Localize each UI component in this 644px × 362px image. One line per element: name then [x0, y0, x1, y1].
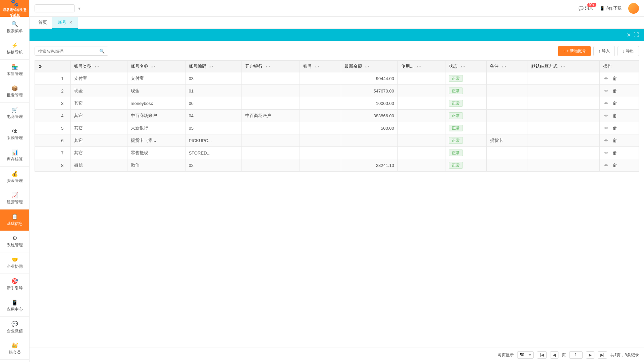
close-window-icon[interactable]: ✕	[627, 32, 631, 38]
add-account-button[interactable]: + + 新增账号	[558, 46, 591, 56]
tab-account[interactable]: 账号 ✕	[52, 17, 78, 29]
row-balance: 500.00	[341, 122, 398, 134]
page-input[interactable]	[569, 351, 583, 359]
sidebar-item-finance[interactable]: 💰 资金管理	[0, 167, 29, 188]
sidebar-item-inventory[interactable]: 📊 库存核算	[0, 145, 29, 167]
edit-button[interactable]: ✏	[603, 125, 610, 131]
sidebar-item-enterprise[interactable]: 🤝 企业协同	[0, 252, 29, 274]
search-input[interactable]	[38, 49, 98, 54]
col-account[interactable]: 账号 ▲▼	[300, 61, 341, 72]
sidebar-item-basic[interactable]: 📋 基础信息	[0, 209, 29, 231]
edit-button[interactable]: ✏	[603, 162, 610, 169]
add-account-label: + 新增账号	[567, 48, 586, 54]
col-balance[interactable]: 最新余额 ▲▼	[341, 61, 398, 72]
sidebar-item-member[interactable]: 👑 畅会员	[0, 338, 29, 360]
sidebar-item-system-label: 系统管理	[2, 242, 28, 248]
import-button[interactable]: ↑ 导入	[593, 46, 615, 56]
delete-button[interactable]: 🗑	[611, 137, 619, 144]
operations-icon: 📈	[2, 192, 28, 198]
page-label: 页	[562, 352, 566, 358]
sidebar-item-wechat-label: 企业微信	[2, 328, 28, 334]
sidebar-item-wholesale[interactable]: 📦 批发管理	[0, 81, 29, 103]
delete-button[interactable]: 🗑	[611, 149, 619, 156]
delete-button[interactable]: 🗑	[611, 100, 619, 107]
edit-button[interactable]: ✏	[603, 149, 610, 156]
row-account	[300, 122, 341, 134]
first-page-button[interactable]: |◀	[537, 351, 546, 359]
col-name[interactable]: 账号名称 ▲▼	[127, 61, 185, 72]
row-settings-cell	[35, 110, 54, 122]
row-name: 零售抵现	[127, 147, 185, 159]
delete-button[interactable]: 🗑	[611, 87, 619, 94]
message-badge: 99+	[587, 3, 596, 7]
row-index: 5	[54, 122, 70, 134]
col-status[interactable]: 状态 ▲▼	[445, 61, 487, 72]
col-default-payment[interactable]: 默认结算方式 ▲▼	[528, 61, 600, 72]
tab-account-label: 账号	[58, 19, 66, 25]
sidebar-item-basic-label: 基础信息	[2, 221, 28, 227]
col-note[interactable]: 备注 ▲▼	[487, 61, 528, 72]
row-default-payment	[528, 97, 600, 110]
sidebar-item-ecommerce[interactable]: 🛒 电商管理	[0, 103, 29, 124]
row-account	[300, 147, 341, 159]
tab-home[interactable]: 首页	[33, 17, 52, 29]
row-code: STORED...	[185, 147, 242, 159]
table-row: 8 微信 微信 02 28241.10 正常 ✏ 🗑	[35, 159, 639, 172]
sidebar-item-shortcut[interactable]: ⚡ 快捷导航	[0, 38, 29, 60]
delete-button[interactable]: 🗑	[611, 125, 619, 131]
col-bank[interactable]: 开户银行 ▲▼	[242, 61, 300, 72]
table-row: 3 其它 moneybosx 06 10000.00 正常 ✏ 🗑	[35, 97, 639, 110]
sidebar-item-retail-label: 零售管理	[2, 71, 28, 77]
sidebar-item-finance-label: 资金管理	[2, 178, 28, 184]
edit-button[interactable]: ✏	[603, 100, 610, 107]
edit-button[interactable]: ✏	[603, 75, 610, 82]
col-settings[interactable]: ⚙	[35, 61, 54, 72]
download-icon: 📱	[600, 6, 605, 11]
table-row: 5 其它 大新银行 05 500.00 正常 ✏ 🗑	[35, 122, 639, 134]
sidebar-item-operations[interactable]: 📈 经营管理	[0, 188, 29, 209]
next-page-button[interactable]: ▶	[586, 351, 594, 359]
search-icon[interactable]: 🔍	[99, 49, 105, 54]
delete-button[interactable]: 🗑	[611, 162, 619, 169]
sidebar-item-operations-label: 经营管理	[2, 199, 28, 205]
prev-page-button[interactable]: ◀	[550, 351, 558, 359]
sidebar-item-wechat[interactable]: 💬 企业微信	[0, 317, 29, 338]
row-account	[300, 97, 341, 110]
expand-window-icon[interactable]: ⛶	[634, 32, 639, 38]
row-settings-cell	[35, 122, 54, 134]
row-default-payment	[528, 159, 600, 172]
row-index: 2	[54, 85, 70, 97]
last-page-button[interactable]: ▶|	[598, 351, 607, 359]
delete-button[interactable]: 🗑	[611, 112, 619, 119]
row-name: 现金	[127, 85, 185, 97]
message-icon: 💬	[579, 6, 584, 11]
sidebar-item-purchase[interactable]: 🛍 采购管理	[0, 124, 29, 145]
per-page-select[interactable]: 50 100	[517, 351, 534, 359]
app-download-button[interactable]: 📱 App下载	[600, 5, 622, 11]
message-button[interactable]: 💬 消息 99+	[579, 5, 593, 11]
row-bank	[242, 147, 300, 159]
sidebar-item-system[interactable]: ⚙ 系统管理	[0, 231, 29, 252]
row-usage	[397, 97, 445, 110]
sidebar-item-retail[interactable]: 🏪 零售管理	[0, 60, 29, 81]
col-code[interactable]: 账号编码 ▲▼	[185, 61, 242, 72]
delete-button[interactable]: 🗑	[611, 75, 619, 82]
row-note: 提货卡	[487, 134, 528, 147]
col-type[interactable]: 账号类型 ▲▼	[71, 61, 127, 72]
edit-button[interactable]: ✏	[603, 112, 610, 119]
topbar-dropdown-icon[interactable]: ▾	[78, 6, 80, 11]
col-usage[interactable]: 使用... ▲▼	[397, 61, 445, 72]
tab-account-close-icon[interactable]: ✕	[69, 20, 72, 25]
sidebar-item-guide[interactable]: 🎯 新手引导	[0, 274, 29, 295]
export-label: 导出	[626, 48, 634, 54]
topbar-search-input[interactable]	[35, 4, 75, 12]
add-icon: +	[563, 49, 565, 54]
edit-button[interactable]: ✏	[603, 137, 610, 144]
export-button[interactable]: ↓ 导出	[618, 46, 639, 56]
avatar[interactable]	[628, 3, 639, 14]
edit-button[interactable]: ✏	[603, 87, 610, 94]
sidebar-item-apps[interactable]: 📱 应用中心	[0, 295, 29, 317]
sidebar-item-search[interactable]: 🔍 搜索菜单	[0, 17, 29, 38]
status-badge: 正常	[449, 112, 463, 119]
apps-icon: 📱	[2, 299, 28, 306]
